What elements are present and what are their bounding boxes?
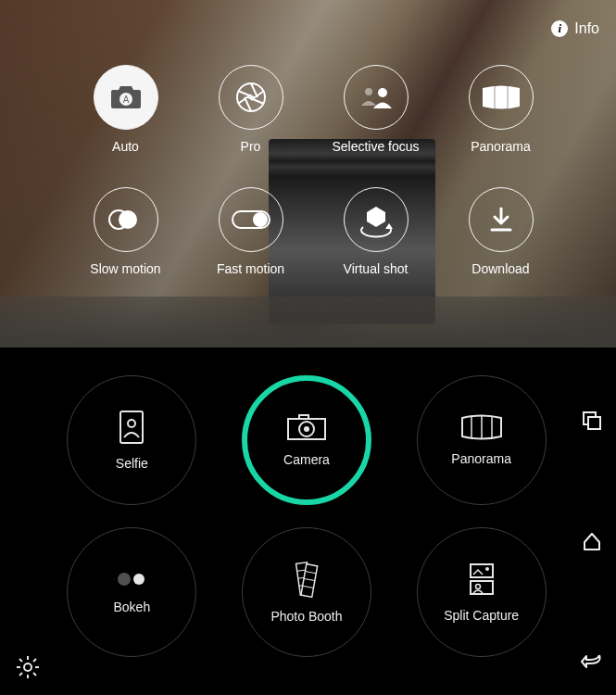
svg-point-10 bbox=[253, 212, 268, 227]
mode-photo-booth[interactable]: Photo Booth bbox=[231, 527, 383, 657]
mode-bokeh[interactable]: Bokeh bbox=[56, 527, 208, 657]
selfie-icon bbox=[118, 410, 145, 445]
svg-rect-17 bbox=[299, 415, 308, 419]
info-button[interactable]: i Info bbox=[551, 20, 599, 37]
svg-point-37 bbox=[24, 663, 31, 671]
svg-point-2 bbox=[237, 83, 265, 111]
mode-label: Panorama bbox=[451, 451, 511, 466]
mode-slow-motion[interactable]: Slow motion bbox=[63, 187, 188, 276]
svg-line-43 bbox=[33, 673, 36, 676]
svg-line-44 bbox=[33, 659, 36, 662]
mode-panorama[interactable]: Panorama bbox=[438, 65, 563, 154]
svg-marker-12 bbox=[367, 207, 385, 227]
bottom-mode-grid: Selfie Camera bbox=[56, 375, 558, 657]
svg-text:A: A bbox=[122, 95, 129, 105]
bokeh-icon bbox=[113, 570, 150, 588]
mode-label: Pro bbox=[241, 139, 261, 154]
mode-label: Camera bbox=[283, 452, 330, 467]
svg-point-15 bbox=[128, 420, 135, 427]
virtual-shot-icon bbox=[344, 187, 409, 252]
camera-auto-icon: A bbox=[94, 65, 158, 130]
mode-label: Split Capture bbox=[444, 608, 519, 623]
svg-point-23 bbox=[118, 573, 131, 586]
svg-point-36 bbox=[475, 585, 480, 589]
mode-label: Auto bbox=[112, 139, 139, 154]
camera-icon bbox=[286, 413, 327, 441]
panorama-icon bbox=[460, 414, 503, 440]
mode-selfie[interactable]: Selfie bbox=[56, 375, 208, 505]
back-icon bbox=[581, 651, 603, 670]
recent-apps-icon bbox=[582, 411, 602, 431]
mode-fast-motion[interactable]: Fast motion bbox=[188, 187, 313, 276]
aperture-icon bbox=[219, 65, 283, 130]
mode-selective-focus[interactable]: Selective focus bbox=[313, 65, 438, 154]
mode-virtual-shot[interactable]: Virtual shot bbox=[313, 187, 438, 276]
mode-label: Fast motion bbox=[217, 261, 284, 276]
top-mode-grid: A Auto Pro bbox=[63, 65, 563, 276]
mode-label: Download bbox=[471, 261, 529, 276]
svg-marker-11 bbox=[385, 223, 393, 229]
svg-point-8 bbox=[119, 210, 137, 229]
svg-rect-47 bbox=[588, 417, 600, 429]
nav-back-button[interactable] bbox=[581, 651, 603, 670]
svg-point-19 bbox=[304, 426, 309, 432]
mode-label: Selective focus bbox=[332, 139, 419, 154]
svg-point-4 bbox=[378, 88, 387, 97]
bottom-camera-mode-panel: Selfie Camera bbox=[0, 348, 616, 695]
svg-point-24 bbox=[133, 574, 145, 585]
split-capture-icon bbox=[468, 562, 496, 597]
mode-label: Panorama bbox=[471, 139, 531, 154]
panorama-icon bbox=[469, 65, 534, 130]
mode-label: Virtual shot bbox=[344, 261, 409, 276]
nav-recent-button[interactable] bbox=[582, 411, 602, 431]
mode-panorama-bottom[interactable]: Panorama bbox=[405, 375, 558, 505]
svg-line-42 bbox=[19, 659, 22, 662]
info-icon: i bbox=[551, 20, 568, 37]
svg-point-34 bbox=[485, 567, 489, 571]
info-label: Info bbox=[574, 20, 599, 37]
settings-button[interactable] bbox=[15, 654, 41, 680]
selective-focus-icon bbox=[344, 65, 409, 130]
svg-line-45 bbox=[19, 673, 22, 676]
svg-rect-29 bbox=[301, 564, 318, 598]
download-icon bbox=[469, 187, 534, 252]
mode-label: Photo Booth bbox=[270, 609, 342, 624]
mode-label: Selfie bbox=[116, 456, 148, 471]
mode-label: Bokeh bbox=[113, 600, 150, 614]
svg-rect-33 bbox=[471, 564, 493, 577]
mode-camera[interactable]: Camera bbox=[231, 375, 383, 505]
fast-motion-icon bbox=[219, 187, 283, 252]
top-camera-mode-panel: i Info A Auto bbox=[0, 0, 616, 348]
photo-booth-icon bbox=[291, 561, 322, 598]
svg-point-3 bbox=[365, 88, 372, 95]
gear-icon bbox=[15, 654, 41, 680]
mode-pro[interactable]: Pro bbox=[188, 65, 313, 154]
mode-label: Slow motion bbox=[90, 261, 160, 276]
slow-motion-icon bbox=[94, 187, 158, 252]
home-icon bbox=[582, 531, 602, 551]
nav-home-button[interactable] bbox=[582, 531, 602, 551]
mode-auto[interactable]: A Auto bbox=[63, 65, 188, 154]
mode-split-capture[interactable]: Split Capture bbox=[405, 527, 558, 657]
mode-download[interactable]: Download bbox=[438, 187, 563, 276]
system-nav-rail bbox=[573, 411, 610, 670]
